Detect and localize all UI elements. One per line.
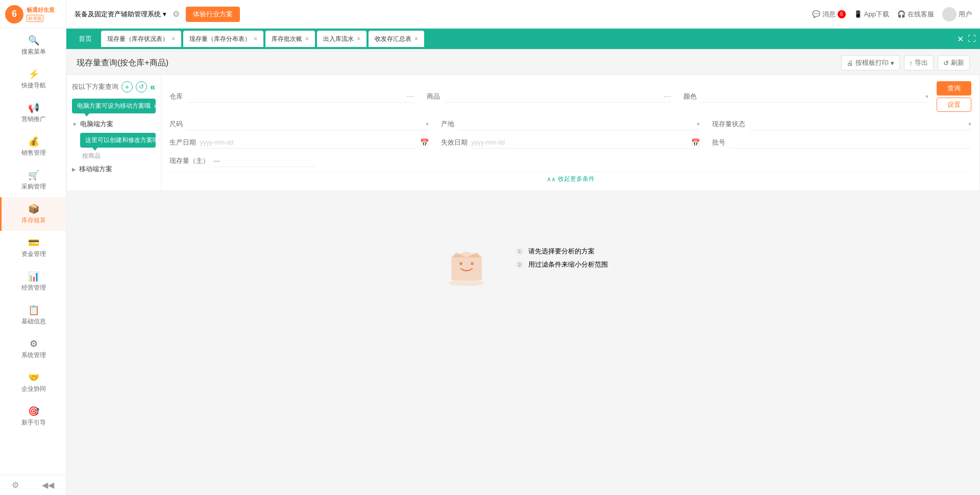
tab-collection-summary[interactable]: 收发存汇总表 × — [369, 31, 424, 47]
main-content: 现存量查询(按仓库+商品) 🖨 按模板打印 ▾ ↑ 导出 ↺ 刷新 按以下方案查… — [66, 49, 980, 495]
sidebar-item-quicknav[interactable]: ⚡ 快捷导航 — [0, 62, 66, 96]
header-settings-icon[interactable]: ⚙ — [173, 9, 180, 19]
nav-icon: ⚡ — [28, 68, 39, 80]
empty-illustration — [438, 232, 495, 288]
tabbar-actions: ✕ ⛶ — [957, 34, 976, 44]
tab-batch-account[interactable]: 库存批次账 × — [265, 31, 315, 47]
sidebar-item-marketing[interactable]: 📢 营销推广 — [0, 96, 66, 130]
stock-status-select-area[interactable]: ▾ — [749, 118, 971, 130]
tooltip2-close[interactable]: × — [162, 136, 166, 145]
app-download-button[interactable]: 📱 App下载 — [854, 10, 889, 19]
warehouse-input-area[interactable]: ··· — [187, 90, 414, 103]
online-service-button[interactable]: 🎧 在线客服 — [897, 10, 934, 19]
svg-rect-0 — [451, 257, 482, 280]
tab-close-collection[interactable]: × — [414, 35, 418, 42]
tab-home[interactable]: 首页 — [70, 29, 100, 49]
sidebar-item-basic-info[interactable]: 📋 基础信息 — [0, 298, 66, 332]
empty-steps: ① 请先选择要分析的方案 ② 用过滤条件来缩小分析范围 — [515, 247, 608, 273]
commodity-more-icon[interactable]: ··· — [664, 91, 671, 102]
sidebar-item-inventory[interactable]: 📦 库存核算 — [0, 197, 66, 231]
pc-scheme-arrow: ▼ — [72, 122, 77, 127]
finance-icon: 💳 — [28, 237, 39, 248]
sidebar-item-sales[interactable]: 💰 销售管理 — [0, 130, 66, 163]
print-dropdown-icon: ▾ — [891, 59, 894, 67]
mobile-scheme-item[interactable]: ▶ 移动端方案 — [72, 162, 156, 176]
sidebar-item-search[interactable]: 🔍 搜索菜单 — [0, 29, 66, 62]
tab-inout-flow[interactable]: 出入库流水 × — [317, 31, 366, 47]
close-all-tabs-icon[interactable]: ✕ — [957, 34, 964, 44]
add-scheme-button[interactable]: + — [121, 81, 133, 92]
tab-close-inventory-status[interactable]: × — [172, 35, 175, 42]
tooltip2-container: 这里可以创建和修改方案哦 × — [80, 133, 156, 148]
batch-filter: 批号 — [712, 136, 971, 149]
refresh-button[interactable]: ↺ 刷新 — [938, 55, 970, 70]
warehouse-more-icon[interactable]: ··· — [407, 91, 414, 102]
logo-area: 6 畅通好生意 标准版 — [0, 0, 66, 29]
tooltip2-popup: 这里可以创建和修改方案哦 × — [80, 133, 156, 148]
commodity-input-area[interactable]: ··· — [444, 90, 672, 103]
sidebar-item-system[interactable]: ⚙ 系统管理 — [0, 332, 66, 366]
print-button[interactable]: 🖨 按模板打印 ▾ — [841, 55, 900, 70]
batch-input-area[interactable] — [729, 136, 971, 149]
expiry-date-placeholder: yyyy-mm-dd — [472, 139, 505, 146]
sidebar-item-guide[interactable]: 🎯 新手引导 — [0, 399, 66, 433]
experience-button[interactable]: 体验行业方案 — [186, 7, 240, 22]
scheme-tree: ▼ 电脑端方案 这里可以创建和修改方案哦 × 按商品 — [72, 117, 156, 176]
tooltip2-text: 这里可以创建和修改方案哦 — [85, 136, 159, 145]
back-arrow-icon[interactable]: « — [150, 82, 155, 92]
sidebar-item-purchase[interactable]: 🛒 采购管理 — [0, 163, 66, 197]
system-name-label: 装备及固定资产辅助管理系统 — [75, 10, 161, 19]
origin-filter: 产地 ▾ — [441, 118, 700, 130]
tabbar: 首页 现存量（库存状况表） × 现存量（库存分布表） × 库存批次账 × 出入库… — [66, 29, 980, 49]
search-icon: 🔍 — [28, 35, 39, 46]
tab-inventory-distribution[interactable]: 现存量（库存分布表） × — [183, 31, 263, 47]
prod-date-calendar-icon[interactable]: 📅 — [420, 138, 429, 147]
system-selector[interactable]: 装备及固定资产辅助管理系统 ▾ — [75, 10, 166, 19]
filter-row-4: 现存量（主） — — [169, 155, 971, 167]
tab-inventory-status[interactable]: 现存量（库存状况表） × — [101, 31, 181, 47]
color-dropdown-icon[interactable]: ▾ — [925, 93, 928, 100]
color-select-area[interactable]: ▾ — [701, 90, 928, 103]
size-select-area[interactable]: ▾ — [187, 118, 429, 130]
stock-qty-range-area[interactable]: — — [213, 155, 315, 167]
expiry-date-input-area[interactable]: yyyy-mm-dd 📅 — [472, 136, 700, 149]
tab-close-inventory-distribution[interactable]: × — [254, 35, 257, 42]
step-num-2: ② — [515, 260, 524, 269]
stock-status-filter: 现存量状态 ▾ — [712, 118, 971, 130]
filter-area: 按以下方案查询 + ↺ « 电脑方案可设为移动方案哦 × ▼ — [66, 75, 980, 191]
user-menu[interactable]: 用户 — [942, 7, 972, 21]
origin-dropdown-icon: ▾ — [697, 121, 700, 128]
prod-date-input-area[interactable]: yyyy-mm-dd 📅 — [200, 136, 429, 149]
page-header: 现存量查询(按仓库+商品) 🖨 按模板打印 ▾ ↑ 导出 ↺ 刷新 — [66, 49, 980, 75]
tab-close-flow[interactable]: × — [357, 35, 360, 42]
origin-select-area[interactable]: ▾ — [458, 118, 700, 130]
sidebar-item-finance[interactable]: 💳 资金管理 — [0, 231, 66, 265]
reset-button[interactable]: 设置 — [937, 98, 971, 112]
stock-qty-dash: — — [213, 157, 220, 164]
sidebar-bottom: ⚙ ◀◀ — [0, 475, 66, 495]
settings-bottom-icon[interactable]: ⚙ — [12, 480, 19, 490]
tooltip1-text: 电脑方案可设为移动方案哦 — [77, 102, 151, 110]
tab-close-batch[interactable]: × — [305, 35, 309, 42]
expiry-date-calendar-icon[interactable]: 📅 — [691, 138, 700, 147]
logo-badge: 标准版 — [27, 15, 43, 22]
page-actions: 🖨 按模板打印 ▾ ↑ 导出 ↺ 刷新 — [841, 55, 970, 70]
collapse-filter-button[interactable]: ∧∧ 收起更多条件 — [169, 171, 971, 186]
search-button[interactable]: 查询 — [937, 81, 971, 96]
fullscreen-icon[interactable]: ⛶ — [968, 34, 976, 43]
message-button[interactable]: 💬 消息 6 — [812, 10, 846, 19]
sidebar-item-operations[interactable]: 📊 经营管理 — [0, 265, 66, 298]
user-avatar — [942, 7, 957, 21]
export-button[interactable]: ↑ 导出 — [904, 55, 934, 70]
stock-status-label: 现存量状态 — [712, 120, 745, 129]
step-1-label: 请先选择要分析的方案 — [528, 247, 595, 256]
sidebar-item-enterprise[interactable]: 🤝 企业协同 — [0, 366, 66, 399]
filter-header: 按以下方案查询 + ↺ « — [72, 81, 156, 92]
refresh-scheme-button[interactable]: ↺ — [136, 81, 147, 92]
svg-point-1 — [459, 262, 462, 265]
collapse-sidebar-icon[interactable]: ◀◀ — [42, 480, 54, 490]
tooltip1-close[interactable]: × — [154, 102, 158, 110]
commodity-label: 商品 — [427, 92, 440, 101]
size-filter: 尺码 ▾ — [169, 118, 429, 130]
pc-scheme-item[interactable]: ▼ 电脑端方案 — [72, 117, 156, 131]
